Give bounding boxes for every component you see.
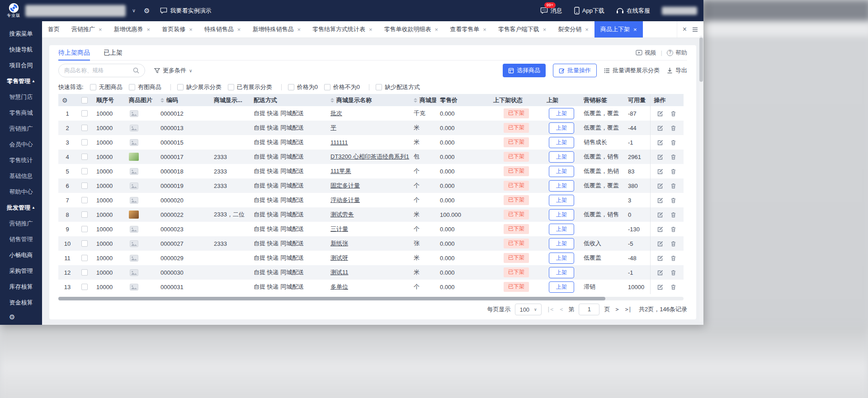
product-image[interactable] bbox=[129, 138, 139, 146]
put-on-shelf-button[interactable]: 上架 bbox=[549, 137, 574, 148]
put-on-shelf-button[interactable]: 上架 bbox=[549, 122, 574, 134]
search-input[interactable] bbox=[64, 67, 130, 74]
quick-filter-checkbox[interactable]: 价格不为0 bbox=[324, 83, 369, 91]
close-tab-icon[interactable]: × bbox=[543, 26, 547, 33]
edit-icon[interactable] bbox=[657, 139, 664, 146]
edit-icon[interactable] bbox=[657, 211, 664, 218]
checkbox[interactable] bbox=[288, 84, 294, 90]
close-tab-icon[interactable]: × bbox=[189, 26, 193, 33]
tab[interactable]: 查看零售单 × bbox=[444, 21, 492, 37]
online-service-button[interactable]: 在线客服 bbox=[616, 7, 650, 15]
next-page-button[interactable]: > bbox=[614, 306, 619, 313]
quick-filter-checkbox[interactable]: 价格为0 bbox=[288, 83, 318, 91]
close-tab-icon[interactable]: × bbox=[297, 26, 301, 33]
delete-icon[interactable] bbox=[670, 269, 677, 276]
sidebar-item[interactable]: 零售管理 ▲ bbox=[0, 73, 42, 89]
quick-filter-checkbox[interactable]: 已有展示分类 bbox=[228, 83, 282, 91]
row-checkbox[interactable] bbox=[81, 197, 88, 203]
sidebar-item[interactable]: 库存核算 bbox=[0, 279, 42, 295]
product-name-link[interactable]: 平 bbox=[330, 124, 336, 131]
sidebar-item[interactable]: 采购管理 bbox=[0, 263, 42, 279]
sidebar-item[interactable]: 营销推广 bbox=[0, 121, 42, 136]
column-header[interactable]: 上下架状态 bbox=[490, 94, 543, 106]
close-tab-icon[interactable]: × bbox=[633, 26, 637, 33]
vertical-scrollbar[interactable] bbox=[699, 36, 703, 322]
delete-icon[interactable] bbox=[670, 110, 677, 117]
row-checkbox[interactable] bbox=[81, 110, 88, 117]
column-header[interactable]: 上架 bbox=[543, 94, 580, 106]
put-on-shelf-button[interactable]: 上架 bbox=[549, 267, 574, 278]
user-info-redacted[interactable] bbox=[662, 7, 697, 15]
row-checkbox[interactable] bbox=[81, 240, 88, 247]
subtab[interactable]: 待上架商品 bbox=[58, 45, 90, 60]
product-image[interactable] bbox=[129, 153, 139, 161]
row-checkbox[interactable] bbox=[81, 269, 88, 276]
more-filters-button[interactable]: 更多条件 ∨ bbox=[154, 66, 192, 75]
product-image[interactable] bbox=[129, 225, 139, 233]
first-page-button[interactable]: |< bbox=[546, 306, 554, 313]
tab[interactable]: 首页装修 × bbox=[156, 21, 198, 37]
delete-icon[interactable] bbox=[670, 183, 677, 189]
sort-icon[interactable] bbox=[160, 98, 164, 103]
product-image[interactable] bbox=[129, 239, 139, 248]
product-image[interactable] bbox=[129, 182, 139, 190]
row-checkbox[interactable] bbox=[81, 154, 88, 160]
help-link[interactable]: ? 帮助 bbox=[667, 49, 687, 57]
tab[interactable]: 商品上下架 × bbox=[594, 21, 643, 37]
tab[interactable]: 营销推广 × bbox=[66, 21, 108, 37]
edit-icon[interactable] bbox=[657, 197, 664, 204]
product-image[interactable] bbox=[129, 124, 139, 132]
sidebar-item[interactable]: 项目合同 bbox=[0, 57, 42, 73]
close-tab-icon[interactable]: × bbox=[483, 26, 486, 33]
column-header[interactable]: 编码 bbox=[157, 94, 210, 106]
put-on-shelf-button[interactable]: 上架 bbox=[549, 238, 574, 249]
checkbox[interactable] bbox=[90, 84, 96, 90]
product-name-link[interactable]: 111111 bbox=[330, 139, 348, 146]
column-settings-gear-icon[interactable]: ⚙ bbox=[62, 97, 68, 104]
delete-icon[interactable] bbox=[670, 255, 677, 262]
delete-icon[interactable] bbox=[670, 284, 677, 290]
row-checkbox[interactable] bbox=[81, 255, 88, 261]
row-checkbox[interactable] bbox=[81, 168, 88, 174]
sidebar-item[interactable]: 零售统计 bbox=[0, 152, 42, 168]
delete-icon[interactable] bbox=[670, 197, 677, 204]
put-on-shelf-button[interactable]: 上架 bbox=[549, 209, 574, 220]
product-image[interactable] bbox=[129, 167, 139, 175]
column-header[interactable]: 可用量 bbox=[624, 94, 650, 106]
product-image[interactable] bbox=[129, 109, 139, 117]
sidebar-item[interactable]: 批发管理 ▲ bbox=[0, 200, 42, 215]
put-on-shelf-button[interactable]: 上架 bbox=[549, 180, 574, 192]
column-header[interactable]: 商品图片 bbox=[125, 94, 157, 106]
checkbox[interactable] bbox=[228, 84, 234, 90]
video-link[interactable]: 视频 bbox=[636, 49, 656, 57]
messages-button[interactable]: 99+ 消息 bbox=[540, 7, 562, 15]
column-header[interactable]: 顺序号 bbox=[93, 94, 125, 106]
checkbox[interactable] bbox=[324, 84, 330, 90]
horizontal-scrollbar[interactable] bbox=[58, 297, 684, 300]
horizontal-scrollbar-thumb[interactable] bbox=[58, 297, 605, 300]
column-header[interactable]: 商城显... bbox=[410, 94, 436, 106]
product-image[interactable] bbox=[129, 254, 139, 262]
tab[interactable]: 特殊销售品 × bbox=[198, 21, 247, 37]
edit-icon[interactable] bbox=[657, 284, 664, 290]
close-tab-icon[interactable]: × bbox=[147, 26, 151, 33]
column-header[interactable]: 零售价 bbox=[436, 94, 490, 106]
close-tab-icon[interactable]: × bbox=[435, 26, 439, 33]
select-all-checkbox[interactable] bbox=[81, 97, 88, 103]
export-button[interactable]: 导出 bbox=[667, 66, 687, 75]
sidebar-gear-icon[interactable]: ⚙ bbox=[9, 313, 15, 321]
batch-adjust-category-button[interactable]: 批量调整展示分类 bbox=[604, 66, 660, 75]
tab[interactable]: 新增特殊销售品 × bbox=[246, 21, 307, 37]
column-header[interactable]: 营销标签 bbox=[580, 94, 624, 106]
quick-filter-checkbox[interactable]: 缺少展示分类 bbox=[177, 83, 222, 91]
product-image[interactable] bbox=[129, 211, 139, 219]
prev-page-button[interactable]: < bbox=[559, 306, 564, 313]
delete-icon[interactable] bbox=[670, 168, 677, 175]
page-number-input[interactable]: 1 bbox=[579, 304, 599, 315]
checkbox[interactable] bbox=[129, 84, 135, 90]
last-page-button[interactable]: >| bbox=[624, 306, 632, 313]
put-on-shelf-button[interactable]: 上架 bbox=[549, 166, 574, 177]
edit-icon[interactable] bbox=[657, 168, 664, 175]
tab[interactable]: 裂变分销 × bbox=[552, 21, 594, 37]
product-name-link[interactable]: 三计量 bbox=[330, 225, 348, 232]
